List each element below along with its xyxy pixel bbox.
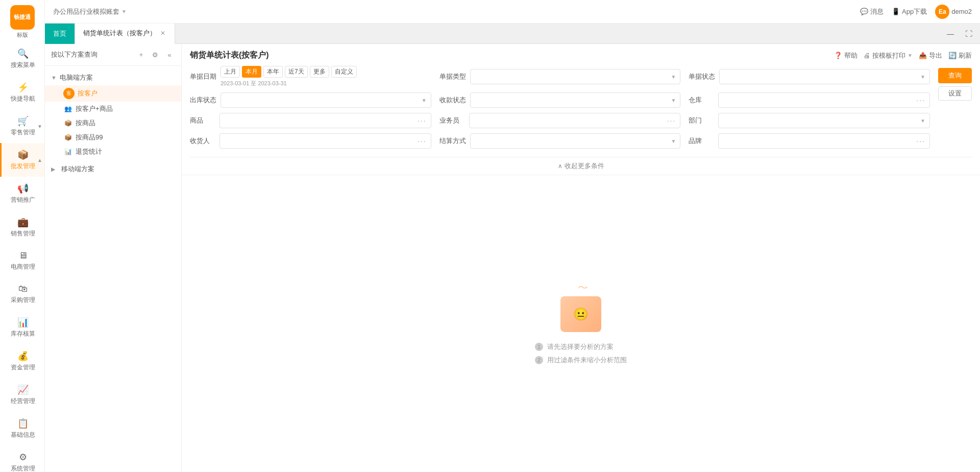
sidebar-label-sales: 销售管理 — [11, 229, 35, 238]
tree-item-by-goods[interactable]: 📦 按商品 — [57, 116, 181, 130]
goods-dots-icon: ··· — [418, 116, 427, 125]
tab-sales-stat[interactable]: 销货单统计表（按客户） ✕ — [75, 23, 175, 44]
scheme-settings-btn[interactable]: ⚙ — [150, 49, 161, 60]
collapse-more-btn[interactable]: ∧ 收起更多条件 — [190, 157, 972, 175]
collapse-label: 收起更多条件 — [565, 161, 604, 171]
print-icon: 🖨 — [864, 52, 870, 59]
warehouse-label: 仓库 — [689, 96, 714, 105]
receipt-status-dropdown[interactable]: ▼ — [470, 92, 681, 108]
sidebar-item-operation[interactable]: 📈 经营管理 — [0, 378, 44, 412]
left-panel-title: 按以下方案查询 — [51, 50, 97, 59]
empty-tip-2: 用过滤条件来缩小分析范围 — [535, 353, 627, 367]
filter-goods: 商品 ··· — [190, 113, 431, 128]
sidebar-item-wholesale[interactable]: 📦 批发管理 ▲ — [0, 143, 44, 177]
settlement-dropdown[interactable]: ▼ — [470, 133, 681, 149]
query-button[interactable]: 查询 — [938, 68, 972, 83]
help-btn[interactable]: ❓ 帮助 — [834, 51, 857, 60]
tree-item-customer-goods[interactable]: 👥 按客户+商品 — [57, 102, 181, 116]
sidebar-label-search: 搜索菜单 — [11, 61, 35, 69]
tree-desktop-header[interactable]: ▼ 电脑端方案 — [45, 70, 181, 85]
date-quick-btns: 上月 本月 本年 近7天 更多 自定义 — [220, 66, 431, 78]
setting-button[interactable]: 设置 — [938, 86, 972, 101]
tab-sales-stat-label: 销货单统计表（按客户） — [83, 29, 156, 38]
empty-illustration: 〜 😐 — [550, 281, 611, 332]
tree-mobile-header[interactable]: ▶ 移动端方案 — [51, 162, 175, 176]
warehouse-control[interactable]: ··· — [718, 92, 930, 108]
sales-icon: 💼 — [17, 217, 29, 228]
sidebar-item-finance[interactable]: 💰 资金管理 — [0, 344, 44, 378]
date-last7-btn[interactable]: 近7天 — [285, 66, 308, 78]
sidebar-label-wholesale: 批发管理 — [11, 162, 35, 171]
sidebar-item-ecom[interactable]: 🖥 电商管理 — [0, 244, 44, 277]
help-label: 帮助 — [844, 51, 857, 60]
tab-home[interactable]: 首页 — [45, 23, 75, 44]
sidebar-item-basic[interactable]: 📋 基础信息 — [0, 412, 44, 445]
warehouse-dots-icon: ··· — [916, 96, 925, 104]
mobile-label: 移动端方案 — [61, 164, 94, 174]
refresh-icon: 🔄 — [948, 52, 957, 59]
message-btn[interactable]: 💬 消息 — [860, 7, 884, 16]
tree-item-by-goods-label: 按商品 — [76, 119, 95, 128]
topbar-right: 💬 消息 📱 App下载 Ea demo2 — [860, 5, 972, 19]
sidebar-item-purchase[interactable]: 🛍 采购管理 — [0, 277, 44, 311]
filter-row-2: 出库状态 ▼ 收款状态 ▼ — [190, 92, 930, 108]
sidebar-item-retail[interactable]: 🛒 零售管理 ▼ — [0, 109, 44, 143]
finance-icon: 💰 — [17, 350, 29, 362]
doc-status-label: 单据状态 — [689, 72, 715, 81]
panel-collapse-btn[interactable]: « — [164, 49, 175, 60]
doc-type-dropdown[interactable]: ▼ — [470, 69, 681, 84]
sidebar-label-system: 系统管理 — [11, 464, 35, 472]
goods-control[interactable]: ··· — [219, 113, 431, 128]
left-panel-header: 按以下方案查询 ＋ ⚙ « — [45, 44, 181, 66]
tab-close-icon[interactable]: ✕ — [159, 29, 166, 38]
tree-expand-icon: ▼ — [51, 75, 57, 81]
date-this-year-btn[interactable]: 本年 — [263, 66, 283, 78]
wholesale-arrow-icon: ▲ — [37, 157, 42, 163]
app-icon: 📱 — [892, 8, 900, 15]
gear-icon: ⚙ — [152, 51, 158, 59]
left-panel-icons: ＋ ⚙ « — [135, 49, 175, 60]
doc-status-dropdown[interactable]: ▼ — [719, 69, 930, 84]
filter-grid-wrap: 单据日期 上月 本月 本年 近7天 更多 自定义 — [190, 66, 930, 153]
sidebar-item-inventory[interactable]: 📊 库存核算 — [0, 311, 44, 344]
department-dropdown[interactable]: ▼ — [718, 113, 930, 128]
brand-control[interactable]: ··· — [718, 133, 930, 149]
user-menu[interactable]: Ea demo2 — [935, 5, 972, 19]
sidebar-label-shortcut: 快捷导航 — [11, 95, 35, 103]
tree-item-return-stat[interactable]: 📊 退货统计 — [57, 145, 181, 159]
tree-child-by-customer[interactable]: 客 按客户 — [45, 85, 181, 102]
marketing-icon: 📢 — [17, 183, 29, 194]
export-btn[interactable]: 📤 导出 — [919, 51, 942, 60]
filter-row-4: 收货人 ··· 结算方式 ▼ — [190, 133, 930, 149]
refresh-btn[interactable]: 🔄 刷新 — [948, 51, 972, 60]
date-this-month-btn[interactable]: 本月 — [242, 66, 261, 78]
add-scheme-btn[interactable]: ＋ — [135, 49, 146, 60]
tree-item-by-goods99[interactable]: 📦 按商品99 — [57, 130, 181, 145]
sidebar-label-ecom: 电商管理 — [11, 263, 35, 271]
doc-type-label: 单据类型 — [439, 72, 466, 81]
tree-sub-group: 👥 按客户+商品 📦 按商品 📦 按商品99 📊 退货统计 — [45, 102, 181, 159]
sidebar-item-system[interactable]: ⚙ 系统管理 — [0, 445, 44, 472]
sidebar-item-sales[interactable]: 💼 销售管理 — [0, 210, 44, 244]
chevron-up-icon: ∧ — [558, 162, 562, 170]
app-download-btn[interactable]: 📱 App下载 — [892, 7, 927, 16]
goods-label: 商品 — [190, 116, 215, 125]
recipient-control[interactable]: ··· — [219, 133, 431, 149]
sidebar-item-search[interactable]: 🔍 搜索菜单 — [0, 42, 44, 76]
date-more-btn[interactable]: 更多 — [310, 66, 329, 78]
tree-desktop-label: 电脑端方案 — [60, 73, 93, 82]
receipt-status-chevron-icon: ▼ — [671, 98, 676, 103]
message-label: 消息 — [870, 7, 884, 16]
tab-minimize-btn[interactable]: — — [943, 27, 958, 41]
template-print-btn[interactable]: 🖨 按模板打印 ▼ — [864, 51, 913, 60]
date-custom-btn[interactable]: 自定义 — [331, 66, 357, 78]
sidebar-item-marketing[interactable]: 📢 营销推广 — [0, 177, 44, 210]
sidebar-label-purchase: 采购管理 — [11, 296, 35, 304]
logo: 畅捷通 标版 — [0, 0, 44, 42]
tab-maximize-btn[interactable]: ⛶ — [962, 27, 976, 41]
salesperson-control[interactable]: ··· — [469, 113, 681, 128]
sidebar-item-shortcut[interactable]: ⚡ 快捷导航 — [0, 76, 44, 109]
out-status-dropdown[interactable]: ▼ — [220, 92, 431, 108]
industry-dropdown[interactable]: 办公用品行业模拟账套 ▼ — [53, 7, 127, 16]
date-last-month-btn[interactable]: 上月 — [220, 66, 240, 78]
